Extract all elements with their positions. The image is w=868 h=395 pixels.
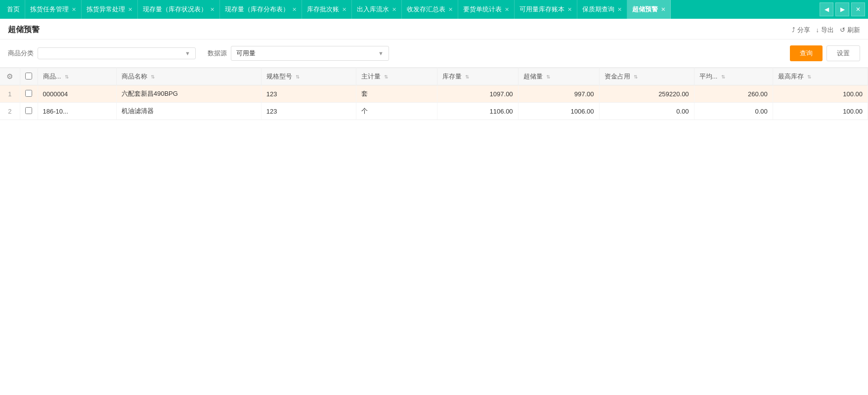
max-stock-cell: 100.00	[773, 85, 868, 103]
sort-icon: ⇅	[721, 74, 725, 79]
sort-icon: ⇅	[465, 74, 469, 79]
product-code-cell: 0000004	[38, 85, 116, 103]
product-name-cell: 六配套新昌490BPG	[116, 85, 261, 103]
col-header-product-code[interactable]: 商品... ⇅	[38, 68, 116, 85]
close-icon[interactable]: ✕	[617, 6, 622, 13]
refresh-icon: ↺	[840, 26, 845, 34]
capital-cell: 0.00	[599, 103, 694, 120]
table-container: ⚙ 商品... ⇅ 商品名称 ⇅ 规格型号 ⇅	[0, 68, 868, 120]
nav-tab-exception[interactable]: 拣货异常处理 ✕	[82, 0, 138, 19]
page-container: 超储预警 ⤴ 分享 ↓ 导出 ↺ 刷新 商品分类 ▼ 数据源	[0, 19, 868, 395]
product-category-select[interactable]: ▼	[38, 47, 196, 59]
nav-tab-task[interactable]: 拣货任务管理 ✕	[25, 0, 82, 19]
table-row: 2 186-10... 机油滤清器 123 个 1106.00 1006.00 …	[0, 103, 868, 120]
sort-icon: ⇅	[807, 74, 811, 79]
col-header-stock[interactable]: 库存量 ⇅	[437, 68, 518, 85]
overstock-cell: 997.00	[518, 85, 599, 103]
data-source-select[interactable]: 可用量 ▼	[231, 46, 389, 61]
data-source-value: 可用量	[236, 49, 256, 58]
top-navigation: 首页 拣货任务管理 ✕ 拣货异常处理 ✕ 现存量（库存状况表） ✕ 现存量（库存…	[0, 0, 868, 19]
export-button[interactable]: ↓ 导出	[816, 26, 834, 35]
nav-tab-overstock[interactable]: 超储预警 ✕	[627, 0, 671, 19]
col-header-overstock[interactable]: 超储量 ⇅	[518, 68, 599, 85]
nav-tab-stock-status[interactable]: 现存量（库存状况表） ✕	[138, 0, 220, 19]
chevron-down-icon: ▼	[378, 50, 384, 56]
nav-tab-home[interactable]: 首页	[2, 0, 25, 19]
page-header: 超储预警 ⤴ 分享 ↓ 导出 ↺ 刷新	[0, 19, 868, 40]
select-all-checkbox[interactable]	[25, 73, 32, 79]
capital-cell: 259220.00	[599, 85, 694, 103]
col-header-avg[interactable]: 平均... ⇅	[694, 68, 773, 85]
chevron-down-icon: ▼	[185, 50, 190, 56]
close-icon[interactable]: ✕	[505, 6, 509, 13]
max-stock-cell: 100.00	[773, 103, 868, 120]
avg-cell: 260.00	[694, 85, 773, 103]
sort-icon: ⇅	[634, 74, 638, 79]
stock-cell: 1106.00	[437, 103, 518, 120]
filter-bar: 商品分类 ▼ 数据源 可用量 ▼ 查询 设置	[0, 40, 868, 68]
product-category-label: 商品分类	[8, 49, 34, 58]
table-row: 1 0000004 六配套新昌490BPG 123 套 1097.00 997.…	[0, 85, 868, 103]
row-checkbox[interactable]	[25, 107, 32, 114]
col-header-max-stock[interactable]: 最高库存 ⇅	[773, 68, 868, 85]
sort-icon: ⇅	[546, 74, 550, 79]
col-header-capital[interactable]: 资金占用 ⇅	[599, 68, 694, 85]
product-code-cell: 186-10...	[38, 103, 116, 120]
share-icon: ⤴	[792, 26, 795, 34]
close-icon[interactable]: ✕	[661, 6, 665, 13]
nav-tab-order-stats[interactable]: 要货单统计表 ✕	[458, 0, 515, 19]
avg-cell: 0.00	[694, 103, 773, 120]
spec-cell: 123	[261, 103, 356, 120]
row-checkbox-cell[interactable]	[20, 85, 38, 103]
row-index-cell: 1	[0, 85, 20, 103]
sort-icon: ⇅	[384, 74, 388, 79]
close-icon[interactable]: ✕	[210, 6, 215, 13]
nav-close-button[interactable]: ✕	[851, 2, 865, 16]
close-icon[interactable]: ✕	[392, 6, 396, 13]
nav-tab-expiry[interactable]: 保质期查询 ✕	[577, 0, 627, 19]
data-source-filter: 数据源 可用量 ▼	[208, 46, 389, 61]
spec-cell: 123	[261, 85, 356, 103]
product-name-cell: 机油滤清器	[116, 103, 261, 120]
nav-next-button[interactable]: ▶	[835, 2, 849, 16]
col-header-spec[interactable]: 规格型号 ⇅	[261, 68, 356, 85]
nav-tab-inout[interactable]: 出入库流水 ✕	[352, 0, 402, 19]
nav-tab-summary[interactable]: 收发存汇总表 ✕	[402, 0, 458, 19]
row-checkbox[interactable]	[25, 90, 32, 97]
nav-tab-available[interactable]: 可用量库存账本 ✕	[515, 0, 577, 19]
table-header-row: ⚙ 商品... ⇅ 商品名称 ⇅ 规格型号 ⇅	[0, 68, 868, 85]
data-source-label: 数据源	[208, 49, 227, 58]
nav-tab-batch[interactable]: 库存批次账 ✕	[302, 0, 352, 19]
close-icon[interactable]: ✕	[567, 6, 572, 13]
page-title: 超储预警	[8, 25, 40, 35]
col-header-unit[interactable]: 主计量 ⇅	[356, 68, 437, 85]
col-header-settings[interactable]: ⚙	[0, 68, 20, 85]
close-icon[interactable]: ✕	[448, 6, 453, 13]
product-category-filter: 商品分类 ▼	[8, 47, 196, 59]
gear-icon[interactable]: ⚙	[6, 72, 13, 80]
close-icon[interactable]: ✕	[72, 6, 76, 13]
export-icon: ↓	[816, 26, 820, 34]
stock-cell: 1097.00	[437, 85, 518, 103]
col-header-checkbox[interactable]	[20, 68, 38, 85]
header-actions: ⤴ 分享 ↓ 导出 ↺ 刷新	[792, 26, 861, 35]
nav-arrow-group: ◀ ▶ ✕	[819, 2, 866, 16]
refresh-button[interactable]: ↺ 刷新	[840, 26, 860, 35]
nav-prev-button[interactable]: ◀	[820, 2, 833, 16]
col-header-product-name[interactable]: 商品名称 ⇅	[116, 68, 261, 85]
row-index-cell: 2	[0, 103, 20, 120]
row-checkbox-cell[interactable]	[20, 103, 38, 120]
close-icon[interactable]: ✕	[342, 6, 347, 13]
sort-icon: ⇅	[65, 74, 69, 79]
share-button[interactable]: ⤴ 分享	[792, 26, 810, 35]
nav-tab-stock-dist[interactable]: 现存量（库存分布表） ✕	[220, 0, 302, 19]
close-icon[interactable]: ✕	[128, 6, 132, 13]
unit-cell: 个	[356, 103, 437, 120]
close-icon[interactable]: ✕	[292, 6, 297, 13]
unit-cell: 套	[356, 85, 437, 103]
filter-actions: 查询 设置	[790, 45, 860, 61]
data-table: ⚙ 商品... ⇅ 商品名称 ⇅ 规格型号 ⇅	[0, 68, 868, 120]
settings-button[interactable]: 设置	[826, 45, 860, 61]
query-button[interactable]: 查询	[790, 45, 823, 61]
overstock-cell: 1006.00	[518, 103, 599, 120]
